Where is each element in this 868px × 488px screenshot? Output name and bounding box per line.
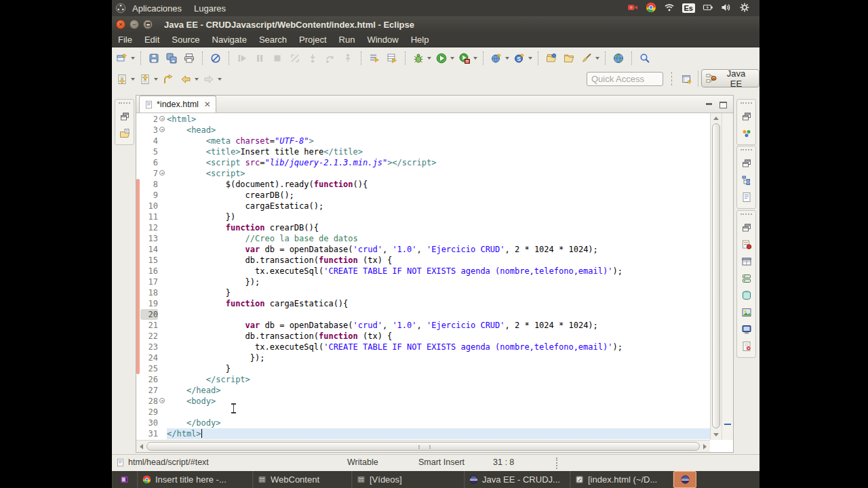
menu-window[interactable]: Window [361, 35, 404, 45]
next-annotation-dropdown-icon[interactable] [130, 71, 136, 87]
fold-column[interactable] [158, 168, 167, 179]
scroll-right-icon[interactable] [703, 444, 707, 449]
previous-annotation-button[interactable] [136, 71, 154, 87]
menu-source[interactable]: Source [165, 35, 205, 45]
save-button[interactable] [145, 50, 163, 66]
fold-column[interactable] [158, 407, 167, 418]
last-edit-location-button[interactable] [159, 71, 177, 87]
fold-collapse-icon[interactable] [159, 127, 165, 132]
open-perspective-button[interactable] [678, 70, 696, 87]
new-service-button[interactable]: S [511, 50, 528, 66]
servers-view-button[interactable] [738, 270, 755, 287]
fold-column[interactable] [158, 428, 167, 439]
restore-view-button[interactable] [738, 155, 755, 171]
code-line-30[interactable]: 30 </body> [136, 418, 710, 428]
web-browser-button[interactable] [610, 50, 627, 66]
fold-column[interactable] [158, 201, 167, 211]
code-line-3[interactable]: 3 <head> [136, 125, 710, 136]
fold-column[interactable] [158, 418, 167, 428]
minimize-view-icon[interactable] [705, 102, 713, 108]
scroll-up-icon[interactable] [713, 117, 719, 120]
code-lines[interactable]: 2<html>3 <head>4 <meta charset="UTF-8">5… [136, 114, 710, 440]
open-folder-button[interactable] [560, 50, 578, 66]
run-dropdown-icon[interactable] [449, 50, 456, 66]
fold-column[interactable] [158, 309, 167, 320]
code-line-10[interactable]: 10 cargaEstatica(); [136, 201, 710, 211]
console-view-button[interactable] [738, 321, 755, 338]
taskbar-item-insert-title-here[interactable]: Insert title here -... [138, 471, 253, 488]
paint-brush-dropdown-icon[interactable] [594, 50, 601, 66]
fold-column[interactable] [158, 287, 167, 298]
code-line-15[interactable]: 15 db.transaction(function (tx) { [136, 255, 710, 266]
code-line-2[interactable]: 2<html> [136, 114, 710, 125]
project-explorer-view-button[interactable] [117, 125, 133, 142]
fold-column[interactable] [158, 385, 167, 396]
code-line-4[interactable]: 4 <meta charset="UTF-8"> [136, 136, 710, 146]
vertical-scrollbar-thumb[interactable] [712, 123, 720, 428]
horizontal-scrollbar[interactable] [136, 440, 710, 452]
stack-grip[interactable] [741, 102, 752, 106]
code-line-9[interactable]: 9 crearDB(); [136, 190, 710, 201]
menu-edit[interactable]: Edit [138, 35, 165, 45]
fold-column[interactable] [158, 352, 167, 363]
code-line-24[interactable]: 24 }); [136, 352, 710, 363]
code-line-20[interactable]: 20 [136, 309, 710, 320]
search-button[interactable] [636, 50, 654, 66]
keyboard-indicator[interactable]: Es [682, 3, 695, 13]
code-line-17[interactable]: 17 }); [136, 277, 710, 287]
show-execution-button[interactable] [383, 50, 401, 66]
vertical-scrollbar[interactable] [710, 113, 722, 440]
skip-all-breakpoints-button[interactable] [207, 50, 224, 66]
window-close-button[interactable]: × [116, 20, 125, 29]
fold-column[interactable] [158, 179, 167, 190]
stack-grip[interactable] [119, 102, 130, 106]
overview-ruler[interactable] [722, 113, 733, 440]
settings-tray-item[interactable] [739, 2, 750, 15]
code-line-18[interactable]: 18 } [136, 287, 710, 298]
panel-menu-lugares[interactable]: Lugares [188, 3, 232, 14]
editor-tab-index-html[interactable]: *index.html ✕ [139, 96, 216, 113]
code-line-26[interactable]: 26 </script> [136, 374, 710, 385]
perspective-java-ee-button[interactable]: Java EE [701, 69, 760, 87]
menu-help[interactable]: Help [405, 35, 435, 45]
fold-column[interactable] [158, 190, 167, 201]
fold-column[interactable] [158, 146, 167, 157]
fold-column[interactable] [158, 342, 167, 352]
code-line-27[interactable]: 27 </head> [136, 385, 710, 396]
taskbar-item-v-deos[interactable]: [Vídeos] [352, 471, 465, 488]
window-minimize-button[interactable]: − [130, 20, 139, 29]
code-line-11[interactable]: 11 }) [136, 211, 710, 222]
panel-menu-aplicaciones[interactable]: Aplicaciones [126, 3, 188, 14]
fold-collapse-icon[interactable] [159, 116, 165, 121]
markers-view-button[interactable] [738, 236, 755, 253]
debug-dropdown-icon[interactable] [426, 50, 433, 66]
new-web-wizard-dropdown-icon[interactable] [504, 50, 511, 66]
stack-grip[interactable] [741, 149, 752, 152]
properties-view-button[interactable] [738, 253, 755, 270]
fold-column[interactable] [158, 298, 167, 309]
outline-view-button[interactable] [738, 171, 755, 188]
code-line-12[interactable]: 12 function crearDB(){ [136, 222, 710, 233]
fold-column[interactable] [158, 320, 167, 331]
code-line-8[interactable]: 8 $(document).ready(function(){ [136, 179, 710, 190]
import-files-button[interactable] [542, 50, 560, 66]
status-insert-mode[interactable]: Smart Insert [418, 458, 465, 467]
battery-tray-item[interactable] [703, 2, 713, 15]
templates-view-button[interactable] [738, 188, 755, 205]
new-service-dropdown-icon[interactable] [527, 50, 534, 66]
code-line-13[interactable]: 13 //Creo la base de datos [136, 233, 710, 244]
scroll-left-icon[interactable] [140, 444, 143, 449]
taskbar-item-media-app-0[interactable] [112, 471, 138, 488]
code-line-19[interactable]: 19 function cargaEstatica(){ [136, 298, 710, 309]
menu-navigate[interactable]: Navigate [206, 35, 253, 45]
fold-column[interactable] [158, 255, 167, 266]
fold-column[interactable] [158, 396, 167, 407]
fold-column[interactable] [158, 233, 167, 244]
fold-column[interactable] [158, 374, 167, 385]
run-button[interactable] [433, 50, 450, 66]
new-web-wizard-button[interactable] [488, 50, 505, 66]
scroll-down-icon[interactable] [713, 433, 719, 436]
back-dropdown-icon[interactable] [193, 71, 200, 87]
fold-column[interactable] [158, 222, 167, 233]
taskbar-item-java-ee-crudj[interactable]: Java EE - CRUDJ... [465, 471, 570, 488]
